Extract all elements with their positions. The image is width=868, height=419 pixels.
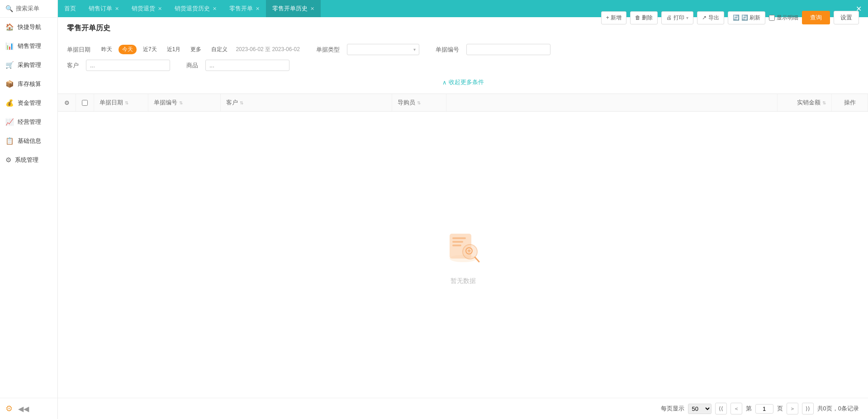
sidebar-item-label: 经营管理 [18,118,41,126]
date-label: 单据日期 [67,46,90,54]
settings-button[interactable]: 设置 [834,11,859,24]
sidebar-item-label: 系统管理 [15,156,38,164]
tab-sales-order[interactable]: 销售订单 ✕ [82,0,125,17]
add-button[interactable]: + 新增 [601,11,626,24]
date-filters: 昨天 今天 近7天 近1月 更多 自定义 2023-06-02 至 2023-0… [98,45,300,54]
last-page-button[interactable]: ⟩⟩ [802,403,814,414]
doc-type-select[interactable] [347,44,419,55]
sort-customer-icon: ⇅ [240,100,243,105]
tab-sales-return[interactable]: 销货退货 ✕ [125,0,168,17]
sidebar-item-label: 资金管理 [18,99,41,107]
table-area: ⚙ 单据日期 ⇅ 单据编号 ⇅ 客户 ⇅ 导购员 ⇅ 实销金额 [58,94,868,398]
select-all-checkbox[interactable] [82,100,88,106]
sidebar-item-quick-nav[interactable]: 🏠 快捷导航 [0,18,57,37]
svg-rect-4 [452,245,461,246]
col-doc-num[interactable]: 单据编号 ⇅ [148,94,221,111]
col-salesperson[interactable]: 导购员 ⇅ [392,94,446,111]
sidebar-item-label: 采购管理 [18,61,41,69]
tab-retail-open-history[interactable]: 零售开单历史 ✕ [266,0,321,17]
refresh-icon: 🔄 [733,14,740,21]
tab-sales-return-history-label: 销货退货历史 [175,5,210,13]
export-icon: ↗ [702,14,707,21]
settings-icon[interactable]: ⚙ [5,404,13,414]
refresh-button[interactable]: 🔄 🔄 刷新 [728,11,765,24]
total-label: 共0页，0条记录 [817,405,859,413]
date-yesterday[interactable]: 昨天 [98,45,116,54]
sidebar-item-sys-mgmt[interactable]: ⚙ 系统管理 [0,151,57,169]
tab-retail-open[interactable]: 零售开单 ✕ [223,0,266,17]
print-chevron-icon: ▾ [686,15,688,20]
tab-sales-return-history[interactable]: 销货退货历史 ✕ [168,0,223,17]
doc-num-input[interactable] [466,44,550,55]
tab-sales-return-history-close[interactable]: ✕ [213,6,217,12]
sidebar-item-label: 快捷导航 [18,23,41,31]
empty-state: 暂无数据 [58,112,868,398]
customer-input[interactable] [86,60,170,71]
purchase-icon: 🛒 [5,61,14,69]
tab-sales-order-close[interactable]: ✕ [115,6,119,12]
search-menu[interactable]: 🔍 搜索采单 [0,0,57,18]
sidebar-item-inventory[interactable]: 📦 库存核算 [0,75,57,94]
export-button[interactable]: ↗ 导出 [697,11,724,24]
date-custom[interactable]: 自定义 [208,45,231,54]
product-label: 商品 [186,61,198,70]
table-settings-icon[interactable]: ⚙ [58,94,76,111]
display-detail-checkbox-wrapper[interactable]: 显示明细 [769,14,798,22]
sys-icon: ⚙ [5,156,11,164]
display-detail-checkbox[interactable] [769,15,775,21]
product-input[interactable] [205,60,289,71]
next-page-button[interactable]: ＞ [787,403,798,414]
sort-docnum-icon: ⇅ [179,100,183,105]
collapse-icon: ∧ [442,79,447,86]
tab-retail-open-history-close[interactable]: ✕ [310,6,314,12]
inventory-icon: 📦 [5,80,14,88]
sidebar-item-sales-mgmt[interactable]: 📊 销售管理 [0,37,57,56]
home-icon: 🏠 [5,23,14,31]
page-label: 第 [746,405,752,413]
tab-retail-open-history-label: 零售开单历史 [272,5,308,13]
page-suffix: 页 [777,405,783,413]
empty-text: 暂无数据 [451,277,476,285]
sidebar-item-purchase-mgmt[interactable]: 🛒 采购管理 [0,56,57,75]
print-button[interactable]: 🖨 打印 ▾ [661,11,693,24]
filter-section: 单据日期 昨天 今天 近7天 近1月 更多 自定义 2023-06-02 至 2… [58,39,868,94]
delete-button[interactable]: 🗑 删除 [630,11,658,24]
col-doc-num-label: 单据编号 [154,99,177,107]
tab-retail-open-close[interactable]: ✕ [256,6,260,12]
date-today[interactable]: 今天 [119,45,137,54]
empty-icon [441,225,486,270]
first-page-button[interactable]: ⟨⟨ [715,403,727,414]
toolbar: + 新增 🗑 删除 🖨 打印 ▾ ↗ 导出 🔄 🔄 刷新 [601,11,859,24]
tab-home[interactable]: 首页 [58,0,82,17]
print-label: 🖨 打印 [666,14,684,22]
main-content: 首页 销售订单 ✕ 销货退货 ✕ 销货退货历史 ✕ 零售开单 ✕ 零售开单历史 … [58,0,868,419]
operations-icon: 📈 [5,118,14,126]
sidebar-item-finance[interactable]: 💰 资金管理 [0,94,57,113]
prev-page-button[interactable]: ＜ [730,403,742,414]
page-title: 零售开单历史 [67,24,110,33]
collapse-sidebar-icon[interactable]: ◀◀ [18,405,29,413]
date-1month[interactable]: 近1月 [163,45,185,54]
page-input[interactable] [755,404,773,414]
collapse-filters-button[interactable]: ∧ 收起更多条件 [67,75,859,89]
add-label: + 新增 [606,14,621,22]
table-select-all[interactable] [76,94,94,111]
per-page-select[interactable]: 50 100 200 [688,404,711,414]
tab-sales-return-close[interactable]: ✕ [158,6,162,12]
date-more[interactable]: 更多 [187,45,205,54]
pagination: 每页显示 50 100 200 ⟨⟨ ＜ 第 页 ＞ ⟩⟩ 共0页，0条记录 [58,398,868,419]
col-customer[interactable]: 客户 ⇅ [221,94,392,111]
sidebar-item-basic-info[interactable]: 📋 基础信息 [0,132,57,151]
sidebar-item-label: 库存核算 [18,80,41,88]
sidebar-item-operations[interactable]: 📈 经营管理 [0,113,57,132]
svg-rect-2 [452,237,466,239]
query-button[interactable]: 查询 [802,11,830,24]
col-amount[interactable]: 实销金额 ⇅ [778,94,832,111]
tab-sales-return-label: 销货退货 [132,5,155,13]
col-date[interactable]: 单据日期 ⇅ [94,94,148,111]
tab-home-label: 首页 [64,5,76,13]
col-customer-label: 客户 [226,99,238,107]
col-action: 操作 [832,94,868,111]
date-7days[interactable]: 近7天 [139,45,161,54]
tab-sales-order-label: 销售订单 [89,5,112,13]
